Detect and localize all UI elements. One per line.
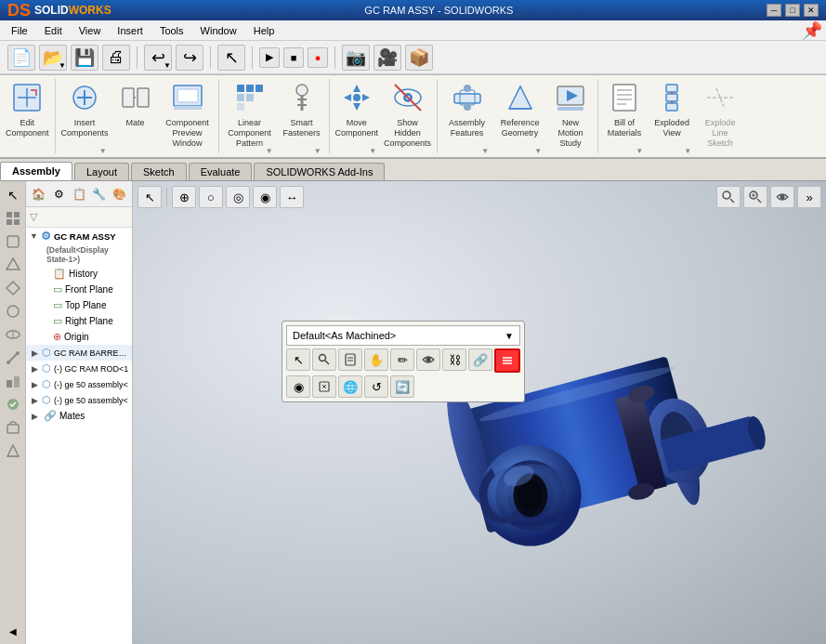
tree-right-plane[interactable]: ▭ Right Plane (26, 313, 132, 329)
sidebar-icon-5[interactable] (3, 278, 23, 298)
popup-link-btn[interactable]: ⛓ (442, 348, 466, 371)
ribbon-assembly-features[interactable]: AssemblyFeatures ▼ (441, 75, 492, 157)
sidebar-icon-7[interactable] (3, 324, 23, 345)
minimize-button[interactable]: ─ (767, 4, 781, 17)
popup-list-btn[interactable] (494, 348, 520, 373)
filter-icon[interactable]: ▽ (30, 211, 37, 223)
popup-eye-btn[interactable] (416, 348, 440, 371)
viewport[interactable]: ↖ ⊕ ○ ◎ ◉ ↔ » (133, 181, 826, 644)
ribbon-explode-line-sketch[interactable]: ExplodeLineSketch (697, 75, 743, 157)
ribbon-show-hidden[interactable]: ShowHiddenComponents (382, 75, 433, 157)
svg-point-33 (464, 103, 471, 111)
ribbon-smart-fasteners[interactable]: SmartFasteners ▼ (279, 75, 325, 157)
sidebar-icon-4[interactable] (3, 255, 23, 275)
popup-doc-btn[interactable] (338, 348, 362, 371)
ribbon-linear-pattern[interactable]: LinearComponentPattern ▼ (223, 75, 277, 157)
tree-root[interactable]: ▼ ⚙ GC RAM ASSY (Default<Display State-1… (26, 228, 132, 266)
ribbon-component-preview[interactable]: ComponentPreviewWindow (161, 75, 215, 157)
new-button[interactable]: 📄 (7, 45, 35, 71)
save-button[interactable]: 💾 (71, 45, 98, 71)
popup-r5[interactable]: 🔄 (390, 375, 414, 398)
linear-expand-icon: ▼ (266, 147, 273, 155)
sidebar-icon-8[interactable] (3, 348, 23, 368)
maximize-button[interactable]: □ (785, 4, 800, 17)
sidebar-icon-11[interactable] (3, 417, 23, 438)
edit-component-label: EditComponent (6, 118, 49, 138)
popup-select-btn[interactable]: ↖ (286, 348, 310, 371)
tree-settings-btn[interactable]: ⚙ (50, 185, 69, 204)
sidebar-icon-10[interactable] (3, 394, 23, 414)
ribbon-reference-geometry[interactable]: ReferenceGeometry ▼ (494, 75, 545, 157)
sep-r5 (597, 79, 598, 153)
tree-origin[interactable]: ⊕ Origin (26, 329, 132, 345)
undo-button[interactable]: ↩▼ (144, 45, 172, 71)
print-button[interactable]: 🖨 (102, 45, 130, 71)
menu-edit[interactable]: Edit (37, 23, 70, 38)
ribbon-bill-of-materials[interactable]: Bill ofMaterials ▼ (602, 75, 647, 157)
tree-front-plane[interactable]: ▭ Front Plane (26, 282, 132, 297)
ribbon-mate[interactable]: Mate (112, 75, 159, 157)
ribbon-insert-components[interactable]: InsertComponents ▼ (59, 75, 111, 157)
menu-help[interactable]: Help (246, 23, 282, 38)
redo-button[interactable]: ↪ (176, 45, 203, 71)
tree-gc-ram-barrel[interactable]: ▶ ⬡ GC RAM BARREL<1> -> (Default<As M (26, 345, 132, 361)
record-button[interactable]: ● (308, 47, 328, 68)
menu-window[interactable]: Window (193, 23, 244, 38)
popup-r1[interactable]: ◉ (286, 375, 310, 398)
sidebar-icon-9[interactable] (3, 371, 23, 391)
svg-line-92 (325, 361, 329, 364)
popup-r4[interactable]: ↺ (364, 375, 388, 398)
sidebar-icon-6[interactable] (3, 301, 23, 322)
ribbon-move-component[interactable]: MoveComponent ▼ (334, 75, 381, 157)
menu-tools[interactable]: Tools (152, 23, 191, 38)
tab-evaluate[interactable]: Evaluate (189, 163, 253, 180)
cursor-button[interactable]: ↖ (217, 45, 245, 71)
tree-ge50-2[interactable]: ▶ ⬡ (-) ge 50 assembly<2> (Default<Displ… (26, 392, 132, 408)
motion-study-label: NewMotionStudy (558, 118, 583, 148)
popup-r2[interactable] (312, 375, 336, 398)
popup-chain-btn[interactable]: 🔗 (468, 348, 492, 371)
popup-zoom-btn[interactable] (312, 348, 336, 371)
pin-button[interactable]: 📌 (802, 20, 822, 41)
sep-r4 (437, 79, 438, 153)
tab-layout[interactable]: Layout (74, 163, 129, 180)
package-button[interactable]: 📦 (405, 45, 433, 71)
menu-insert[interactable]: Insert (110, 23, 151, 38)
menu-file[interactable]: File (4, 23, 35, 38)
open-button[interactable]: 📂▼ (39, 45, 67, 71)
popup-r3[interactable]: 🌐 (338, 375, 362, 398)
sidebar-icon-collapse[interactable]: ◀ (3, 621, 23, 641)
sidebar-icon-3[interactable] (3, 231, 23, 252)
sidebar-icon-1[interactable]: ↖ (3, 185, 23, 205)
capture-button[interactable]: 📷 (342, 45, 370, 71)
tab-addins[interactable]: SOLIDWORKS Add-Ins (254, 163, 385, 180)
mates-icon: 🔗 (44, 410, 57, 422)
ribbon-motion-study[interactable]: NewMotionStudy (547, 75, 594, 157)
video-button[interactable]: 🎥 (374, 45, 401, 71)
close-button[interactable]: ✕ (804, 4, 819, 17)
tree-filter-btn[interactable]: 🔧 (90, 185, 109, 204)
ribbon-exploded-view[interactable]: ExplodedView ▼ (649, 75, 695, 157)
sidebar-icon-12[interactable] (3, 440, 23, 461)
assembly-features-icon (449, 79, 486, 116)
popup-hand-btn[interactable]: ✋ (364, 348, 388, 371)
tree-items-container: ▼ ⚙ GC RAM ASSY (Default<Display State-1… (26, 228, 132, 644)
tree-gc-ram-rod[interactable]: ▶ ⬡ (-) GC RAM ROD<1> (Default<As Mach (26, 361, 132, 376)
tree-list-btn[interactable]: 📋 (70, 185, 88, 204)
tree-history[interactable]: 📋 History (26, 266, 132, 282)
tree-top-plane[interactable]: ▭ Top Plane (26, 297, 132, 313)
popup-pencil-btn[interactable]: ✏ (390, 348, 414, 371)
play-button[interactable]: ▶ (259, 47, 280, 68)
svg-rect-54 (7, 236, 19, 247)
tree-ge50-1[interactable]: ▶ ⬡ (-) ge 50 assembly<1> (Default<Displ… (26, 376, 132, 392)
menu-view[interactable]: View (72, 23, 109, 38)
sidebar-icon-2[interactable] (3, 208, 23, 229)
tree-home-btn[interactable]: 🏠 (30, 185, 48, 204)
stop-button[interactable]: ■ (283, 47, 304, 68)
tab-sketch[interactable]: Sketch (131, 163, 187, 180)
tree-mates[interactable]: ▶ 🔗 Mates (26, 408, 132, 424)
tree-paint-btn[interactable]: 🎨 (110, 185, 128, 204)
tab-assembly[interactable]: Assembly (0, 162, 72, 180)
ribbon-edit-component[interactable]: EditComponent (4, 75, 51, 157)
state-dropdown[interactable]: Default<As Machined> ▼ (286, 325, 520, 346)
